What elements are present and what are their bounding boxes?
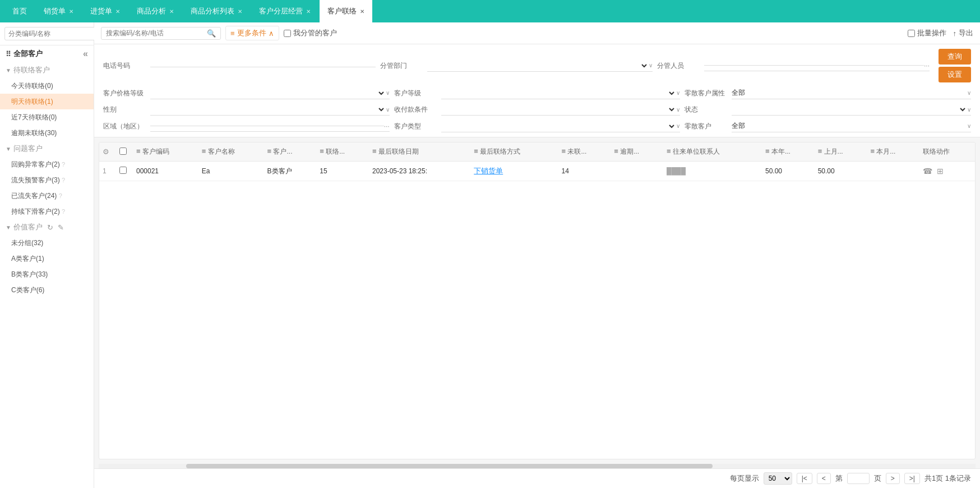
col-overdue: ≡ 逾期...	[611, 142, 663, 162]
status-caret-icon: ∨	[967, 107, 971, 113]
sidebar-item-class-b[interactable]: B类客户(33)	[0, 266, 94, 282]
query-button[interactable]: 查询	[939, 49, 971, 65]
level-select[interactable]: ∨	[441, 88, 681, 99]
person-select[interactable]: ···	[704, 61, 930, 71]
type-select-input[interactable]	[441, 122, 677, 131]
price-select[interactable]: ∨	[150, 88, 390, 99]
last-page-button[interactable]: >|	[904, 473, 920, 484]
sidebar-item-class-a[interactable]: A类客户(1)	[0, 251, 94, 266]
refresh-icon[interactable]: ↻	[47, 223, 53, 232]
person-dots-icon[interactable]: ···	[924, 62, 930, 70]
page-number-input[interactable]: 1	[847, 473, 870, 484]
export-button[interactable]: ↑ 导出	[953, 28, 974, 38]
action-call-icon[interactable]: ☎	[923, 167, 932, 176]
close-sales-icon[interactable]: ✕	[69, 8, 73, 15]
next-page-button[interactable]: >	[886, 473, 900, 484]
sidebar-search-area: 🔍	[0, 22, 94, 45]
cell-last-date: 2023-05-23 18:25:	[369, 162, 470, 181]
horizontal-scrollbar[interactable]	[99, 464, 976, 468]
area-label: 区域（地区）	[103, 122, 148, 131]
batch-op-checkbox[interactable]	[908, 30, 915, 37]
cell-unit-contact: ████	[663, 162, 762, 181]
close-analysis-icon[interactable]: ✕	[169, 8, 174, 15]
search-input[interactable]	[106, 29, 207, 37]
sidebar-group-problem[interactable]: ▼ 问题客户	[0, 141, 94, 156]
sidebar-group-value[interactable]: ▼ 价值客户 ↻ ✎	[0, 219, 94, 235]
area-select[interactable]: ···	[150, 121, 390, 132]
close-contact-icon[interactable]: ✕	[360, 8, 364, 15]
filter-type-group: 客户类型 ∨	[394, 121, 681, 132]
type-select[interactable]: ∨	[441, 121, 681, 132]
price-select-input[interactable]	[150, 89, 386, 98]
sidebar-item-7days[interactable]: 近7天待联络(0)	[0, 109, 94, 125]
retail-customer-select[interactable]: 全部 ∨	[732, 120, 971, 132]
sidebar-group-pending[interactable]: ▼ 待联络客户	[0, 62, 94, 78]
export-icon: ↑	[953, 29, 957, 38]
sidebar-item-tomorrow[interactable]: 明天待联络(1)	[0, 94, 94, 109]
filter-more-button[interactable]: ≡ 更多条件 ∧	[225, 26, 279, 40]
close-layering-icon[interactable]: ✕	[306, 8, 311, 15]
payment-caret-icon: ∨	[676, 107, 680, 113]
sidebar-item-today[interactable]: 今天待联络(0)	[0, 78, 94, 94]
status-select[interactable]: ∨	[732, 104, 971, 116]
search-icon[interactable]: 🔍	[207, 29, 216, 38]
setting-button[interactable]: 设置	[939, 67, 971, 82]
scrollbar-thumb[interactable]	[186, 464, 712, 468]
dept-select-input[interactable]	[427, 61, 649, 70]
cell-overdue	[611, 162, 663, 181]
my-customer-checkbox[interactable]	[284, 30, 291, 37]
cell-code: 000021	[133, 162, 198, 181]
sidebar-item-abnormal[interactable]: 回购异常客户(2) ?	[0, 156, 94, 172]
prev-page-button[interactable]: <	[817, 473, 831, 484]
sidebar-search-input[interactable]	[4, 27, 96, 40]
nav-customer-layering[interactable]: 客户分层经营 ✕	[251, 0, 318, 22]
row-checkbox[interactable]	[119, 167, 127, 174]
area-dots-icon[interactable]: ···	[384, 122, 390, 130]
sidebar-all-customers[interactable]: ⠿ 全部客户 «	[0, 45, 94, 62]
select-all-checkbox[interactable]	[119, 148, 127, 155]
sidebar-item-warning[interactable]: 流失预警客户(3) ?	[0, 172, 94, 188]
sidebar-item-declining[interactable]: 持续下滑客户(2) ?	[0, 204, 94, 219]
dept-select[interactable]: ∨	[427, 60, 653, 72]
level-caret-icon: ∨	[676, 90, 680, 96]
nav-purchase[interactable]: 进货单 ✕	[82, 0, 128, 22]
close-analysis-list-icon[interactable]: ✕	[238, 8, 242, 15]
dept-caret-icon: ∨	[649, 62, 653, 68]
payment-select[interactable]: ∨	[441, 104, 681, 116]
nav-customer-contact[interactable]: 客户联络 ✕	[320, 0, 372, 22]
page-size-select[interactable]: 20 50 100 200	[764, 472, 792, 485]
gender-select-input[interactable]	[150, 105, 386, 114]
edit-group-icon[interactable]: ✎	[58, 223, 64, 232]
batch-op-button[interactable]: 批量操作	[908, 28, 946, 38]
nav-sales[interactable]: 销货单 ✕	[36, 0, 81, 22]
filter-phone-group: 电话号码	[103, 61, 376, 71]
my-customer-checkbox-label[interactable]: 我分管的客户	[284, 28, 337, 38]
sidebar-item-ungroup[interactable]: 未分组(32)	[0, 235, 94, 251]
sidebar-item-lost[interactable]: 已流失客户(24) ?	[0, 188, 94, 204]
action-qr-icon[interactable]: ⊞	[937, 167, 944, 176]
status-select-input[interactable]	[732, 105, 967, 114]
retail-attr-select[interactable]: 全部 ∨	[732, 87, 971, 99]
level-select-input[interactable]	[441, 89, 677, 98]
content-area: 🔍 ≡ 更多条件 ∧ 我分管的客户 批量操作 ↑ 导出	[94, 22, 980, 488]
top-nav: 首页 销货单 ✕ 进货单 ✕ 商品分析 ✕ 商品分析列表 ✕ 客户分层经营 ✕ …	[0, 0, 980, 22]
settings-icon[interactable]: ⚙	[103, 148, 109, 156]
first-page-button[interactable]: |<	[797, 473, 812, 484]
gender-select[interactable]: ∨	[150, 104, 390, 116]
last-method-link[interactable]: 下销货单	[474, 167, 503, 175]
nav-home[interactable]: 首页	[4, 0, 35, 22]
sidebar-item-class-c[interactable]: C类客户(6)	[0, 282, 94, 298]
sidebar-collapse-icon[interactable]: «	[83, 49, 88, 59]
nav-product-analysis-list[interactable]: 商品分析列表 ✕	[183, 0, 250, 22]
col-contact-count: ≡ 联络...	[316, 142, 369, 162]
payment-select-input[interactable]	[441, 105, 677, 114]
gender-caret-icon: ∨	[386, 107, 390, 113]
phone-input[interactable]	[150, 65, 376, 67]
person-label: 分管人员	[657, 61, 702, 71]
nav-product-analysis[interactable]: 商品分析 ✕	[129, 0, 182, 22]
filter-status-group: 状态 ∨	[685, 104, 971, 116]
close-purchase-icon[interactable]: ✕	[115, 8, 120, 15]
col-checkbox	[116, 142, 133, 162]
sidebar-item-overdue[interactable]: 逾期未联络(30)	[0, 125, 94, 141]
toolbar-right: 批量操作 ↑ 导出	[908, 28, 974, 38]
